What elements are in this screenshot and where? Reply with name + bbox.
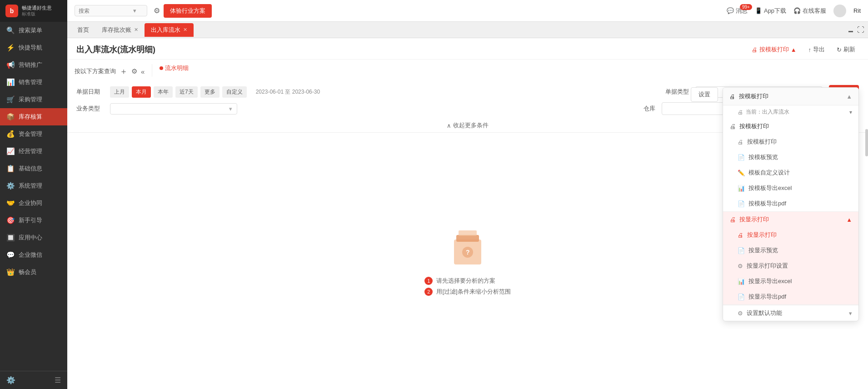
sidebar-marketing-label: 营销推广 [19, 61, 42, 69]
display-export-pdf-label: 按显示导出pdf [748, 293, 786, 301]
warehouse-label: 仓库 [644, 105, 655, 113]
template-print-item[interactable]: 🖨 按模板打印 [723, 134, 858, 150]
date-custom-btn[interactable]: 自定义 [222, 86, 247, 98]
set-default-label: 设置默认功能 [747, 309, 782, 317]
display-print-settings-item[interactable]: ⚙ 按显示打印设置 [723, 258, 858, 274]
template-export-excel-label: 按模板导出excel [748, 184, 792, 192]
template-print-section: 🖨 按模板打印 🖨 按模板打印 📄 按模板预览 ✏️ 模板自定义设计 [723, 119, 858, 212]
user-avatar[interactable] [833, 5, 846, 17]
date-prev-month-btn[interactable]: 上月 [110, 86, 129, 98]
search-input[interactable] [79, 8, 133, 14]
sidebar-item-apps[interactable]: 🔲应用中心 [0, 229, 67, 246]
sidebar-operations-label: 经营管理 [19, 147, 42, 155]
empty-tip-2: 2 用[过滤]条件来缩小分析范围 [424, 288, 510, 296]
sidebar-item-collab[interactable]: 🤝企业协同 [0, 194, 67, 212]
tab-minimize-icon[interactable]: 🗕 [847, 26, 854, 34]
filter-controls-col: 按以下方案查询 ＋ ⚙ « [75, 64, 152, 77]
message-badge: 99+ [740, 4, 752, 10]
display-print-section-header[interactable]: 🖨 按显示打印 ▲ [723, 212, 858, 227]
sidebar-item-basic[interactable]: 📋基础信息 [0, 160, 67, 177]
tab-maximize-icon[interactable]: ⛶ [857, 26, 864, 34]
biz-type-select[interactable]: ▾ [110, 103, 237, 115]
empty-tip-1: 1 请先选择要分析的方案 [424, 277, 510, 285]
export-button[interactable]: ↑ 导出 [805, 44, 829, 55]
page-actions: 🖨 按模板打印 ▲ ↑ 导出 ↻ 刷新 [748, 44, 859, 55]
topbar-gear-icon[interactable]: ⚙ [154, 6, 160, 15]
current-chevron-icon[interactable]: ▾ [849, 109, 852, 115]
sidebar-item-search[interactable]: 🔍搜索菜单 [0, 22, 67, 39]
tab-batch-close-icon[interactable]: ✕ [134, 27, 138, 33]
logo-subtitle: 标准版 [22, 11, 52, 17]
sidebar-item-guide[interactable]: 🎯新手引导 [0, 212, 67, 229]
print-current-label: 🖨 当前：出入库流水 ▾ [723, 105, 858, 119]
tab-home[interactable]: 首页 [71, 23, 95, 37]
sidebar-item-finance[interactable]: 💰资金管理 [0, 125, 67, 143]
display-export-excel-item[interactable]: 📊 按显示导出excel [723, 274, 858, 289]
logo-icon: b [5, 5, 18, 17]
sidebar-inventory-label: 库存核算 [19, 113, 42, 121]
display-preview-item[interactable]: 📄 按显示预览 [723, 243, 858, 258]
sidebar-item-purchase[interactable]: 🛒采购管理 [0, 91, 67, 108]
sidebar-operations-icon: 📈 [6, 147, 15, 155]
date-range-display: 2023-06-01 至 2023-06-30 [256, 88, 320, 96]
sidebar-item-member[interactable]: 👑畅会员 [0, 264, 67, 281]
template-export-pdf-item[interactable]: 📄 按模板导出pdf [723, 196, 858, 211]
page-title: 出入库流水(流水明细) [76, 44, 155, 55]
sidebar-collab-label: 企业协同 [19, 199, 42, 207]
display-export-pdf-item[interactable]: 📄 按显示导出pdf [723, 289, 858, 304]
svg-text:?: ? [466, 249, 470, 256]
display-export-excel-icon: 📊 [738, 278, 745, 285]
filter-add-icon[interactable]: ＋ [120, 66, 128, 77]
settings-icon[interactable]: ⚙️ [6, 376, 15, 384]
industry-solution-button[interactable]: 体验行业方案 [164, 4, 212, 18]
app-download-button[interactable]: 📱 App下载 [755, 7, 786, 15]
filter-settings-icon[interactable]: ⚙ [131, 67, 137, 75]
template-print-section-label: 按模板打印 [739, 122, 769, 130]
display-print-section-label: 按显示打印 [739, 215, 769, 224]
tag-label: 流水明细 [165, 64, 189, 72]
display-print-section: 🖨 按显示打印 ▲ 🖨 按显示打印 📄 按显示预览 ⚙ 按显示打印设置 [723, 212, 858, 305]
date-this-year-btn[interactable]: 本年 [154, 86, 173, 98]
template-preview-item[interactable]: 📄 按模板预览 [723, 150, 858, 165]
menu-collapse-icon[interactable]: ☰ [55, 376, 61, 384]
tag-dot-icon [160, 66, 163, 70]
sidebar-wechat-icon: 💬 [6, 251, 15, 259]
message-button[interactable]: 💬 消息 99+ [727, 7, 748, 15]
app-icon: 📱 [755, 7, 762, 14]
print-dropdown-header-chevron-icon[interactable]: ▲ [846, 93, 852, 100]
topbar-right: 💬 消息 99+ 📱 App下载 🎧 在线客服 Rit [727, 5, 861, 17]
tab-flow-close-icon[interactable]: ✕ [183, 27, 187, 33]
refresh-button[interactable]: ↻ 刷新 [833, 44, 859, 55]
topbar-search-box[interactable]: ▾ [75, 5, 147, 16]
template-export-excel-item[interactable]: 📊 按模板导出excel [723, 180, 858, 196]
filter-collapse-icon[interactable]: « [141, 68, 145, 75]
template-print-section-header[interactable]: 🖨 按模板打印 [723, 119, 858, 134]
sidebar-logo: b 畅捷通好生意 标准版 [0, 0, 67, 22]
print-template-button[interactable]: 🖨 按模板打印 ▲ [748, 44, 800, 55]
settings-button[interactable]: 设置 [691, 87, 718, 102]
set-default-item[interactable]: ⚙ 设置默认功能 ▾ [723, 305, 858, 321]
sidebar-item-sales[interactable]: 📊销售管理 [0, 74, 67, 91]
date-last7-btn[interactable]: 近7天 [175, 86, 198, 98]
online-service-button[interactable]: 🎧 在线客服 [793, 7, 826, 15]
sidebar-item-shortcut[interactable]: ⚡快捷导航 [0, 39, 67, 56]
sidebar-basic-label: 基础信息 [19, 165, 42, 173]
sidebar-member-icon: 👑 [6, 268, 15, 276]
sidebar-item-system[interactable]: ⚙️系统管理 [0, 177, 67, 194]
display-print-item[interactable]: 🖨 按显示打印 [723, 227, 858, 243]
empty-illustration: ? [445, 226, 490, 271]
template-design-item[interactable]: ✏️ 模板自定义设计 [723, 165, 858, 180]
export-icon: ↑ [808, 46, 812, 53]
date-this-month-btn[interactable]: 本月 [132, 86, 151, 98]
date-more-btn[interactable]: 更多 [200, 86, 219, 98]
sidebar-item-marketing[interactable]: 📢营销推广 [0, 56, 67, 74]
tab-batch[interactable]: 库存批次账 ✕ [95, 23, 145, 37]
print-dropdown-header-icon: 🖨 [729, 93, 735, 100]
display-print-item-icon: 🖨 [738, 232, 743, 239]
sidebar-item-inventory[interactable]: 📦库存核算 [0, 108, 67, 125]
sidebar-item-wechat[interactable]: 💬企业微信 [0, 246, 67, 264]
sidebar-item-operations[interactable]: 📈经营管理 [0, 143, 67, 160]
tab-flow[interactable]: 出入库流水 ✕ [145, 23, 194, 37]
template-preview-icon: 📄 [738, 154, 745, 161]
sidebar-wechat-label: 企业微信 [19, 251, 42, 259]
